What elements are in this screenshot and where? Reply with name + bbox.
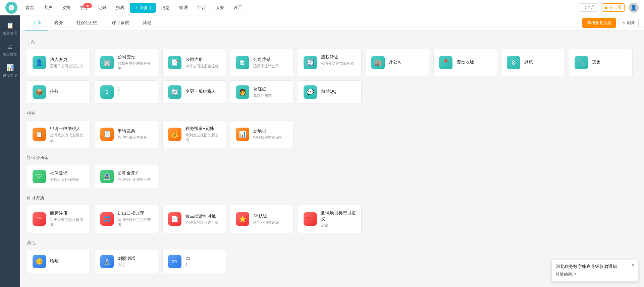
card-info-3a-cert: 3A认证 对企业信誉评级 bbox=[253, 213, 279, 225]
card-test-type[interactable]: 🔖 测试项目类型目定义 测试 bbox=[298, 205, 362, 233]
card-title-social-register: 社保登记 bbox=[50, 170, 79, 176]
tab-other[interactable]: 其他 bbox=[136, 16, 158, 30]
card-info-one: 1 1 bbox=[118, 86, 120, 97]
refresh-button[interactable]: ↻ 刷新 bbox=[619, 18, 639, 28]
card-apply-taxpayer[interactable]: 📋 申请一般纳税人 当月或次月成变更完成 bbox=[27, 121, 91, 148]
card-info-change-address: 变更地址 bbox=[457, 59, 474, 66]
card-new-project[interactable]: 📊 新项目 报税加税控盘保管 bbox=[230, 121, 294, 148]
card-tax-report[interactable]: 💰 税务报道+记账 拿到营业执照的新公司 bbox=[162, 121, 226, 148]
tabs-bar: 工商 税务 社保公积金 许可资质 其他 新增业务类型 ↻ 刷新 bbox=[20, 15, 644, 31]
card-import-export[interactable]: 🌐 进出口权办理 适用于对外贸易经营者 bbox=[95, 205, 158, 233]
sidebar: 📋 项目管理 🗂 项目类型 📊 进度监测 bbox=[0, 15, 20, 287]
card-change[interactable]: 🔧 变更 bbox=[569, 49, 633, 76]
card-change-taxpayer[interactable]: 🔄 变更一般纳税人 bbox=[162, 80, 226, 104]
card-icon-equity-transfer: 🔄 bbox=[304, 56, 317, 69]
card-desc-new-project: 报税加税控盘保管 bbox=[253, 135, 283, 140]
card-info-qq: 前期QQ bbox=[321, 88, 336, 95]
nav-tax[interactable]: 报税 bbox=[112, 3, 129, 13]
notification-close-button[interactable]: ✕ bbox=[631, 262, 635, 268]
card-title-trademark: 商标注册 bbox=[50, 210, 85, 216]
card-title-tax-report: 税务报道+记账 bbox=[185, 126, 220, 132]
nav-manage[interactable]: 管理 bbox=[175, 3, 192, 13]
card-company-change[interactable]: 🏢 公司变更 股权变更外的业务变更 bbox=[95, 49, 158, 76]
card-desc-apply-invoice: 办理申请发票业务 bbox=[118, 135, 147, 140]
tab-qualification[interactable]: 许可资质 bbox=[105, 16, 136, 30]
card-info-company-cancel: 公司注销 适用于注销公司 bbox=[253, 57, 279, 69]
nav-service[interactable]: 服务 bbox=[211, 3, 228, 13]
nav-home[interactable]: 首页 bbox=[21, 3, 38, 13]
card-fund-account[interactable]: 🏦 公积金开户 办理公积金相关业务 bbox=[95, 165, 158, 188]
vip-button[interactable]: ▶ 畅会员 bbox=[602, 3, 625, 12]
card-info-change-taxpayer: 变更一般纳税人 bbox=[185, 88, 216, 95]
card-info-change: 变更 bbox=[592, 59, 601, 66]
card-title-apply-invoice: 申请发票 bbox=[118, 128, 147, 134]
card-icon-gehonghong: 👩 bbox=[236, 85, 249, 99]
card-change-address[interactable]: 📍 变更地址 bbox=[433, 49, 497, 76]
nav-message[interactable]: 消息 bbox=[157, 3, 174, 13]
sidebar-item-progress[interactable]: 📊 进度监测 bbox=[0, 60, 20, 81]
section-title-qualification: 许可资质 bbox=[27, 195, 637, 201]
card-icon-social-register: 🛡 bbox=[33, 170, 46, 183]
tab-tax[interactable]: 税务 bbox=[48, 16, 70, 30]
card-title-gehonghong: 葛红红 bbox=[253, 86, 272, 92]
card-desc-company-register: 申请公司注册全流程 bbox=[185, 64, 219, 69]
project-type-icon: 🗂 bbox=[6, 43, 14, 51]
card-icon-apply-invoice: 🧾 bbox=[100, 128, 114, 141]
card-open-company[interactable]: 🏬 开公司 bbox=[366, 49, 429, 76]
card-info-gehonghong: 葛红红 葛红红测试 bbox=[253, 86, 272, 98]
section-title-other: 其他 bbox=[27, 240, 637, 246]
card-info-tax-report: 税务报道+记账 拿到营业执照的新公司 bbox=[185, 126, 220, 143]
tabs: 工商 税务 社保公积金 许可资质 其他 bbox=[25, 16, 158, 30]
card-qq[interactable]: 💬 前期QQ bbox=[298, 80, 362, 104]
progress-icon: 📊 bbox=[6, 64, 14, 72]
nav-industrial[interactable]: 工商项目 bbox=[130, 3, 156, 13]
card-liucong-test[interactable]: 🔬 刘聪测试 测试 bbox=[95, 250, 158, 273]
card-title-company-change: 公司变更 bbox=[118, 54, 153, 60]
new-business-button[interactable]: 新增业务类型 bbox=[582, 18, 616, 28]
card-trademark[interactable]: ™ 商标注册 用于企业商标注册服务 bbox=[27, 205, 91, 233]
card-one[interactable]: 1 1 1 bbox=[95, 80, 158, 104]
card-icon-3a-cert: ⭐ bbox=[236, 212, 249, 226]
nav-settings[interactable]: 设置 bbox=[229, 3, 246, 13]
card-info-test: 测试 bbox=[524, 59, 533, 66]
card-icon-trademark: ™ bbox=[33, 212, 46, 226]
card-lala[interactable]: 📦 拉拉 bbox=[27, 80, 91, 104]
section-title-tax: 税务 bbox=[27, 111, 637, 117]
card-test[interactable]: ⚙ 测试 bbox=[501, 49, 565, 76]
card-equity-transfer[interactable]: 🔄 股权转让 公司变更需要股权转让 bbox=[298, 49, 362, 76]
card-icon-haha: 😊 bbox=[33, 255, 46, 268]
nav-bookkeeping[interactable]: 记账 bbox=[94, 3, 111, 13]
avatar[interactable]: 👤 bbox=[629, 3, 639, 13]
card-desc-liucong-test: 测试 bbox=[118, 263, 135, 268]
nav-invoice[interactable]: 票据 new bbox=[76, 3, 93, 13]
nav-billing[interactable]: 收费 bbox=[58, 3, 74, 13]
card-apply-invoice[interactable]: 🧾 申请发票 办理申请发票业务 bbox=[95, 121, 158, 148]
sidebar-item-project-type[interactable]: 🗂 项目类型 bbox=[0, 39, 20, 60]
card-social-register[interactable]: 🛡 社保登记 进行人员社保登记 bbox=[27, 165, 91, 188]
sidebar-item-project-manage[interactable]: 📋 项目管理 bbox=[0, 18, 20, 39]
card-food-license[interactable]: 📄 食品经营许可证 办理食品经营许可证 bbox=[162, 205, 226, 233]
fullscreen-button[interactable]: ⛶ 全屏 bbox=[579, 3, 598, 12]
card-desc-3a-cert: 对企业信誉评级 bbox=[253, 220, 279, 225]
card-title-company-register: 公司注册 bbox=[185, 57, 219, 63]
card-icon-food-license: 📄 bbox=[168, 212, 181, 226]
card-info-equity-transfer: 股权转让 公司变更需要股权转让 bbox=[321, 54, 356, 71]
card-3a-cert[interactable]: ⭐ 3A认证 对企业信誉评级 bbox=[230, 205, 294, 233]
card-company-cancel[interactable]: 🗑 公司注销 适用于注销公司 bbox=[230, 49, 294, 76]
notification-content: 尊敬的用户： bbox=[556, 272, 634, 277]
card-title-qq: 前期QQ bbox=[321, 88, 336, 94]
card-title-lala: 拉拉 bbox=[50, 88, 59, 94]
tab-social-security[interactable]: 社保公积金 bbox=[70, 16, 105, 30]
tab-industrial[interactable]: 工商 bbox=[25, 16, 48, 30]
nav-business[interactable]: 经营 bbox=[193, 3, 210, 13]
card-gehonghong[interactable]: 👩 葛红红 葛红红测试 bbox=[230, 80, 294, 104]
card-icon-fund-account: 🏦 bbox=[100, 170, 114, 183]
card-info-import-export: 进出口权办理 适用于对外贸易经营者 bbox=[118, 210, 153, 228]
card-legal-change[interactable]: 👤 法人变更 适用于公司变更法人 bbox=[27, 49, 91, 76]
card-icon-change-address: 📍 bbox=[439, 56, 452, 69]
card-company-register[interactable]: 📑 公司注册 申请公司注册全流程 bbox=[162, 49, 226, 76]
nav-customer[interactable]: 客户 bbox=[40, 3, 56, 13]
card-icon-test-type: 🔖 bbox=[304, 212, 317, 226]
card-haha[interactable]: 😊 哈哈 bbox=[27, 250, 91, 273]
card-21[interactable]: 21 21 1 bbox=[162, 250, 226, 273]
